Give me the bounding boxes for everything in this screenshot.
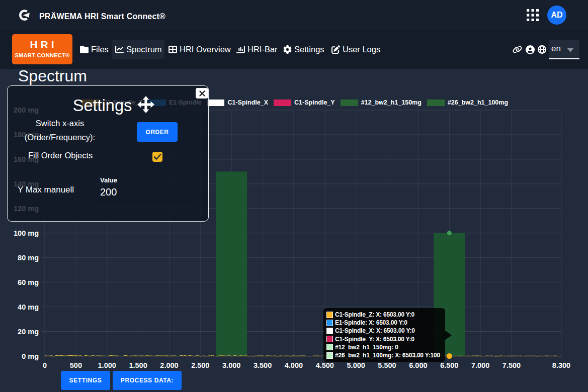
svg-text:3.500: 3.500 (254, 361, 272, 369)
svg-text:8.300: 8.300 (552, 361, 570, 369)
svg-text:6.500: 6.500 (440, 361, 458, 369)
svg-text:3.000: 3.000 (222, 361, 240, 369)
svg-text:0 mg: 0 mg (22, 352, 39, 360)
svg-text:5.000: 5.000 (347, 361, 365, 369)
svg-text:60 mg: 60 mg (18, 278, 39, 286)
svg-text:5.500: 5.500 (378, 361, 396, 369)
svg-text:2.000: 2.000 (160, 361, 178, 369)
svg-text:6.000: 6.000 (409, 361, 427, 369)
svg-text:7.000: 7.000 (471, 361, 489, 369)
svg-text:80 mg: 80 mg (18, 254, 39, 262)
svg-text:1.500: 1.500 (129, 361, 147, 369)
svg-text:4.500: 4.500 (316, 361, 334, 369)
svg-text:1.000: 1.000 (98, 361, 116, 369)
svg-text:20 mg: 20 mg (18, 328, 39, 336)
svg-text:100 mg: 100 mg (14, 229, 39, 237)
svg-text:4.000: 4.000 (285, 361, 303, 369)
svg-text:7.500: 7.500 (502, 361, 521, 369)
svg-text:500: 500 (70, 361, 82, 369)
svg-text:40 mg: 40 mg (18, 303, 39, 311)
svg-text:0: 0 (43, 361, 47, 369)
svg-text:2.500: 2.500 (191, 361, 209, 369)
